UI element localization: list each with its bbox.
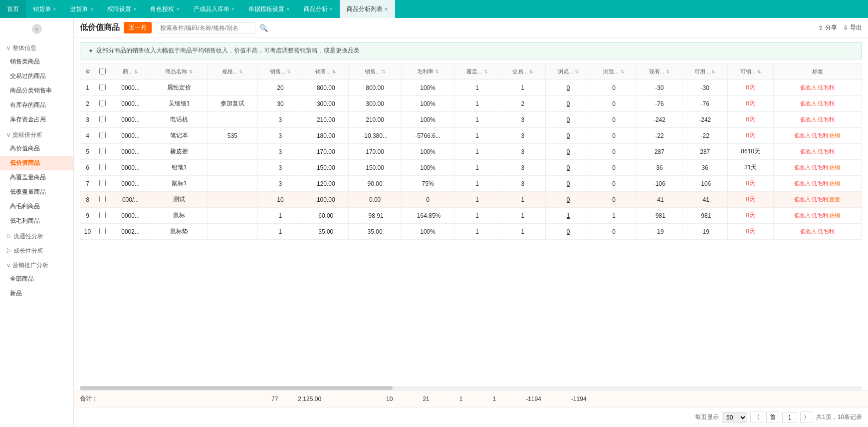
row-days: 0天	[728, 192, 773, 208]
sidebar-item-capital[interactable]: 库存资金占用	[0, 112, 73, 127]
nav-close-analysis[interactable]: ×	[330, 6, 333, 12]
row-checkbox[interactable]	[95, 128, 110, 144]
row-checkbox[interactable]	[95, 160, 110, 176]
tag-label: 低毛利	[812, 164, 828, 170]
checkbox-col-header[interactable]	[95, 64, 110, 80]
row-s3: 800.00	[349, 80, 401, 96]
row-checkbox[interactable]	[95, 224, 110, 240]
tag-label: 低收入	[794, 196, 811, 202]
row-margin: 75%	[401, 176, 454, 192]
alert-icon: ✦	[88, 47, 93, 54]
sidebar-group-growth[interactable]: ▷ 成长性分析	[0, 243, 73, 257]
row-checkbox[interactable]	[95, 112, 110, 128]
export-button[interactable]: ⇩ 导出	[843, 23, 862, 32]
nav-close-sales[interactable]: ×	[53, 6, 56, 12]
sidebar-item-low-coverage[interactable]: 低覆盖量商品	[0, 185, 73, 199]
table-container[interactable]: ⚙ 商... ⇅ 商品名称 ⇅ 规格... ⇅ 销售... ⇅ 销售... ⇅ …	[74, 63, 868, 386]
sidebar-group-marketing[interactable]: ∨ 营销推广分析	[0, 257, 73, 272]
nav-role-auth[interactable]: 角色授权 ×	[143, 0, 186, 18]
nav-analysis-list[interactable]: 商品分析列表 ×	[340, 0, 395, 18]
row-cover: 1	[454, 160, 500, 176]
sidebar-item-category-rate[interactable]: 商品分类销售率	[0, 83, 73, 98]
row-checkbox[interactable]	[95, 176, 110, 192]
row-checkbox[interactable]	[95, 96, 110, 112]
search-icon[interactable]: 🔍	[259, 24, 268, 32]
row-checkbox[interactable]	[95, 192, 110, 208]
row-s3: 150.00	[349, 160, 401, 176]
sidebar-item-high-margin[interactable]: 高毛利商品	[0, 199, 73, 214]
sidebar-collapse-btn[interactable]: «	[32, 24, 42, 34]
sidebar-group-contribution[interactable]: ∨ 贡献值分析	[0, 127, 73, 141]
col-name: 商品名称 ⇅	[151, 64, 208, 80]
pagination-bar: 每页显示 50 100 200 〈 首 〉 共1页，10条记录	[74, 407, 868, 427]
filter-period-button[interactable]: 近一月	[124, 22, 152, 33]
nav-close-permissions[interactable]: ×	[133, 6, 136, 12]
sidebar-group-flow[interactable]: ▷ 流通性分析	[0, 228, 73, 243]
nav-close-role[interactable]: ×	[176, 6, 179, 12]
tag-label: 低毛利	[812, 180, 828, 186]
footer-cover: 10	[386, 396, 393, 403]
nav-close-purchase[interactable]: ×	[90, 6, 93, 12]
sidebar-item-low-margin[interactable]: 低毛利商品	[0, 214, 73, 228]
row-checkbox[interactable]	[95, 208, 110, 224]
main-layout: « ∨ 整体信息 销售类商品 交易过的商品 商品分类销售率 有库存的商品 库存资…	[0, 18, 868, 427]
row-stock1: -76	[637, 96, 682, 112]
row-s3: 300.00	[349, 96, 401, 112]
sidebar-item-high-value[interactable]: 高价值商品	[0, 141, 73, 156]
scrollbar-thumb[interactable]	[80, 386, 393, 390]
tag-label: 低收入	[800, 84, 817, 90]
tag-label: 热销	[829, 180, 840, 186]
tag-label: 热销	[829, 212, 840, 218]
footer-s1: 77	[271, 396, 278, 403]
row-cover: 1	[454, 176, 500, 192]
sidebar-item-sales-goods[interactable]: 销售类商品	[0, 54, 73, 69]
sidebar-item-all-goods[interactable]: 全部商品	[0, 272, 73, 286]
row-code: 000/...	[110, 192, 151, 208]
sidebar-item-high-coverage[interactable]: 高覆盖量商品	[0, 170, 73, 185]
row-tags: 低收入低毛利	[773, 96, 862, 112]
row-checkbox[interactable]	[95, 144, 110, 160]
nav-products-in[interactable]: 产成品入库单 ×	[187, 0, 241, 18]
current-page-input[interactable]	[782, 413, 797, 423]
row-code: 0000...	[110, 208, 151, 224]
row-name: 笔记本	[151, 128, 208, 144]
page-title: 低价值商品	[80, 22, 120, 33]
prev-page-label-btn[interactable]: 首	[766, 412, 779, 423]
row-cover: 1	[454, 80, 500, 96]
row-stock2: -22	[682, 128, 728, 144]
nav-product-analysis[interactable]: 商品分析 ×	[297, 0, 340, 18]
row-checkbox[interactable]	[95, 80, 110, 96]
nav-close-list[interactable]: ×	[385, 6, 388, 12]
tag-label: 低收入	[800, 116, 817, 122]
search-input[interactable]	[156, 22, 255, 33]
row-trade: 1	[500, 224, 545, 240]
share-button[interactable]: ⇪ 分享	[818, 23, 837, 32]
next-page-btn[interactable]: 〉	[800, 412, 813, 423]
nav-permissions[interactable]: 权限设置 ×	[100, 0, 143, 18]
row-cover: 1	[454, 208, 500, 224]
sidebar-item-low-value[interactable]: 低价值商品	[0, 156, 73, 170]
row-name: 橡皮擦	[151, 144, 208, 160]
sidebar-item-new-goods[interactable]: 新品	[0, 286, 73, 301]
nav-close-template[interactable]: ×	[286, 6, 289, 12]
sidebar-item-in-stock[interactable]: 有库存的商品	[0, 98, 73, 112]
row-browse1: 0	[546, 96, 591, 112]
nav-purchase[interactable]: 进货单 ×	[63, 0, 100, 18]
horizontal-scrollbar[interactable]	[80, 386, 862, 390]
nav-close-products[interactable]: ×	[231, 6, 234, 12]
row-browse1: 0	[546, 144, 591, 160]
sidebar-item-traded[interactable]: 交易过的商品	[0, 69, 73, 83]
nav-sales[interactable]: 销货单 ×	[26, 0, 63, 18]
sidebar-group-overall[interactable]: ∨ 整体信息	[0, 40, 73, 54]
per-page-select[interactable]: 50 100 200	[722, 412, 747, 423]
nav-template[interactable]: 单据模板设置 ×	[241, 0, 296, 18]
row-no: 8	[80, 192, 95, 208]
nav-home[interactable]: 首页	[0, 0, 26, 18]
row-margin: 100%	[401, 112, 454, 128]
first-page-btn[interactable]: 〈	[750, 412, 763, 423]
row-spec	[207, 80, 257, 96]
row-tags: 低收入低毛利置量	[773, 192, 862, 208]
row-tags: 低收入低毛利热销	[773, 176, 862, 192]
settings-col-header[interactable]: ⚙	[80, 64, 95, 80]
footer-trade: 21	[423, 396, 429, 403]
